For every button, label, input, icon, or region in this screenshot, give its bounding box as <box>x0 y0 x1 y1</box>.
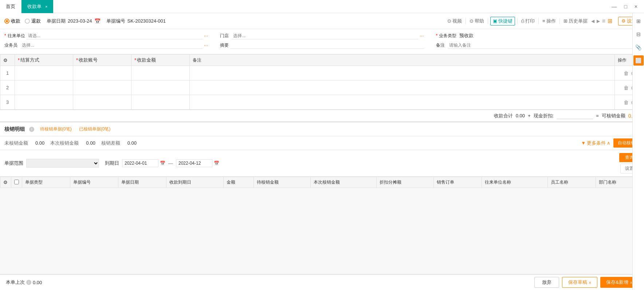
video-circle-icon: ⊙ <box>447 18 451 24</box>
date-to-input[interactable] <box>176 159 212 167</box>
row3-remark-input[interactable] <box>190 95 614 109</box>
history-btn[interactable]: ⊞ 历史单据 <box>562 17 589 25</box>
radio-receipt[interactable]: 收款 <box>4 18 20 24</box>
row1-settle-input[interactable] <box>15 66 73 80</box>
tab-close-icon[interactable]: × <box>45 4 47 9</box>
bottom-table-header: ⚙ 单据类型 单据编号 单据日期 收款到期日 金额 待核销金额 本次核销金额 折… <box>0 177 644 188</box>
hex-done-tab[interactable]: 已核销单据(0笔) <box>78 125 112 133</box>
bth-doc-no: 单据编号 <box>70 177 118 188</box>
summary-input[interactable] <box>230 42 424 49</box>
from-unit-more-icon[interactable]: ··· <box>204 33 208 39</box>
row2-idx: 2 <box>0 81 15 95</box>
row1-delete-icon[interactable]: 🗑 <box>624 70 629 76</box>
save-draft-label: 保存草稿 <box>568 279 587 286</box>
row2-amount[interactable] <box>131 81 190 95</box>
shortcut-label: 快捷键 <box>498 18 513 24</box>
sidebar-screen-icon[interactable]: ⬜ <box>633 55 644 66</box>
row2-remark[interactable] <box>190 81 615 95</box>
tab-receipts[interactable]: 收款单 × <box>21 0 53 13</box>
bth-from-unit: 往来单位名称 <box>482 177 547 188</box>
select-all-checkbox[interactable] <box>14 180 19 184</box>
date-from-input[interactable] <box>122 159 158 167</box>
form-area: * 往来单位 ··· 门店 ··· * 业务类型 预收款 ▼ 业务员 <box>0 29 644 54</box>
row2-account[interactable] <box>73 81 131 95</box>
save-new-label: 保存&新增 <box>606 279 628 286</box>
row1-account-input[interactable] <box>73 66 131 80</box>
row3-delete-icon[interactable]: 🗑 <box>624 99 629 105</box>
form-row-1: * 往来单位 ··· 门店 ··· * 业务类型 预收款 ▼ <box>4 32 640 39</box>
table-settings-icon[interactable]: ⚙ <box>3 58 8 63</box>
row2-amount-input[interactable] <box>131 81 189 95</box>
date-from-calendar-icon[interactable]: 📅 <box>160 161 165 166</box>
discard-btn[interactable]: 放弃 <box>534 277 559 288</box>
remark-input[interactable] <box>448 42 640 49</box>
th-remark: 备注 <box>190 55 615 66</box>
row2-settle[interactable] <box>15 81 73 95</box>
row1-remark-input[interactable] <box>190 66 614 80</box>
row1-remark[interactable] <box>190 66 615 81</box>
row1-amount[interactable] <box>131 66 190 81</box>
tab-home[interactable]: 首页 <box>0 0 21 13</box>
row2-account-input[interactable] <box>73 81 131 95</box>
row2-settle-input[interactable] <box>15 81 73 95</box>
list-view-btn[interactable]: ≡ <box>602 18 605 24</box>
from-unit-input[interactable] <box>27 32 203 39</box>
discount-input[interactable] <box>557 112 593 119</box>
sidebar-table-icon[interactable]: ⊞ <box>633 16 644 26</box>
row3-account-input[interactable] <box>73 95 131 109</box>
shop-input[interactable] <box>232 32 418 39</box>
grid-view-btn[interactable]: ⊞ <box>608 17 612 24</box>
minimize-btn[interactable]: — <box>609 3 619 10</box>
bottom-table: ⚙ 单据类型 单据编号 单据日期 收款到期日 金额 待核销金额 本次核销金额 折… <box>0 177 644 188</box>
sidebar-clip-icon[interactable]: 📎 <box>633 42 644 52</box>
help-btn[interactable]: ⊙ 帮助 <box>468 17 486 25</box>
footer-info-icon[interactable]: i <box>26 280 31 285</box>
sep5 <box>559 18 560 24</box>
radio-refund[interactable]: 退款 <box>25 18 41 24</box>
remark-label: 备注 <box>436 42 445 48</box>
date-calendar-icon[interactable]: 📅 <box>94 18 101 24</box>
print-btn[interactable]: ⎙ 打印 <box>520 17 536 25</box>
nav-prev-btn[interactable]: ◀ <box>591 19 594 24</box>
maximize-btn[interactable]: □ <box>622 3 629 10</box>
hex-info-icon[interactable]: i <box>29 127 34 132</box>
hex-section: 核销明细 i 待核销单据(0笔) 已核销单据(0笔) 未核销金额 0.00 本次… <box>0 122 644 290</box>
from-unit-label: 往来单位 <box>8 33 25 39</box>
shop-more-icon[interactable]: ··· <box>420 33 424 39</box>
row3-remark[interactable] <box>190 95 615 110</box>
bottom-settings-icon[interactable]: ⚙ <box>3 180 8 185</box>
row1-account[interactable] <box>73 66 131 81</box>
print-label: 打印 <box>525 18 535 24</box>
row3-settle[interactable] <box>15 95 73 110</box>
staff-input[interactable] <box>20 42 203 49</box>
bth-settings: ⚙ <box>0 177 11 188</box>
radio-refund-dot <box>25 19 30 24</box>
bth-discount: 折扣分摊额 <box>377 177 433 188</box>
shortcut-btn[interactable]: ▣ 快捷键 <box>490 17 515 26</box>
row1-amount-input[interactable] <box>131 66 189 80</box>
nav-next-btn[interactable]: ▶ <box>597 19 600 24</box>
date-to-calendar-icon[interactable]: 📅 <box>214 161 219 166</box>
video-btn[interactable]: ⊙ 视频 <box>446 17 463 25</box>
operations-btn[interactable]: ≡ 操作 <box>541 17 557 25</box>
hex-pending-tab[interactable]: 待核销单据(0笔) <box>39 125 73 133</box>
form-row-2: 业务员 ··· 摘要 备注 <box>4 42 640 49</box>
sidebar-print-icon[interactable]: ⊟ <box>633 29 644 39</box>
row2-remark-input[interactable] <box>190 81 614 95</box>
close-btn[interactable]: × <box>632 3 640 10</box>
remark-field: 备注 <box>436 42 640 49</box>
row3-amount[interactable] <box>131 95 190 110</box>
row3-settle-input[interactable] <box>15 95 73 109</box>
scope-select[interactable] <box>26 159 99 168</box>
diff-value: 0.00 <box>127 140 137 146</box>
more-conditions-btn[interactable]: ▼ 更多条件 ∧ <box>581 140 610 146</box>
row1-settle[interactable] <box>15 66 73 81</box>
history-label: 历史单据 <box>569 18 588 24</box>
sep1 <box>466 18 466 24</box>
row3-account[interactable] <box>73 95 131 110</box>
save-draft-btn[interactable]: 保存草稿 ∧ <box>562 277 597 288</box>
main-container: 收款 退款 单据日期 2023-03-24 📅 单据编号 SK-20230324… <box>0 13 644 290</box>
staff-more-icon[interactable]: ··· <box>204 42 208 48</box>
row3-amount-input[interactable] <box>131 95 189 109</box>
row2-delete-icon[interactable]: 🗑 <box>624 85 629 91</box>
